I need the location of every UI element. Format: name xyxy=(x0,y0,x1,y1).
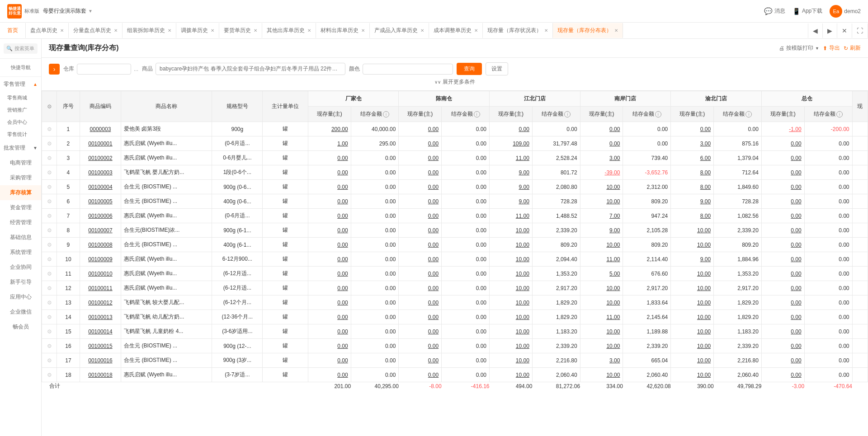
sidebar-item-企业协同[interactable]: 企业协同 xyxy=(0,260,41,275)
filter-toggle-btn[interactable]: › xyxy=(49,64,60,75)
td-total-stock[interactable]: 0.00 xyxy=(761,324,804,339)
td-nanan-stock[interactable]: 0.00 xyxy=(580,136,623,151)
td-total-stock[interactable]: 0.00 xyxy=(761,310,804,324)
color-input[interactable] xyxy=(363,64,453,75)
td-total-stock[interactable]: 0.00 xyxy=(761,151,804,165)
row-settings-icon[interactable]: ⚙ xyxy=(47,300,52,306)
sidebar-item-零售管理[interactable]: 零售管理 ▲ xyxy=(0,77,41,92)
td-yubei-stock[interactable]: 10.00 xyxy=(671,339,714,353)
td-settings[interactable]: ⚙ xyxy=(42,209,57,223)
td-settings[interactable]: ⚙ xyxy=(42,165,57,180)
row-settings-icon[interactable]: ⚙ xyxy=(47,126,52,132)
td-jiangbei-stock[interactable]: 10.00 xyxy=(490,324,533,339)
expand-filter-btn[interactable]: ∨∨ 展开更多条件 xyxy=(434,78,475,86)
td-chennan-stock[interactable]: 0.00 xyxy=(399,238,442,252)
td-factory-stock[interactable]: 0.00 xyxy=(308,368,351,382)
warehouse-input[interactable] xyxy=(77,64,131,75)
td-yubei-stock[interactable]: 8.00 xyxy=(671,180,714,194)
tab-现存量库存分布表[interactable]: 现存量（库存分布表） ✕ xyxy=(553,23,623,38)
td-chennan-stock[interactable]: 0.00 xyxy=(399,267,442,281)
td-settings[interactable]: ⚙ xyxy=(42,136,57,151)
td-factory-stock[interactable]: 200.00 xyxy=(308,122,351,136)
td-chennan-stock[interactable]: 0.00 xyxy=(399,180,442,194)
tab-盘点单历史[interactable]: 盘点单历史 ✕ xyxy=(26,23,69,38)
td-factory-stock[interactable]: 0.00 xyxy=(308,238,351,252)
td-factory-stock[interactable]: 0.00 xyxy=(308,151,351,165)
td-chennan-stock[interactable]: 0.00 xyxy=(399,252,442,267)
td-code[interactable]: 00100011 xyxy=(80,281,121,295)
sidebar-item-应用中心[interactable]: 应用中心 xyxy=(0,290,41,305)
row-settings-icon[interactable]: ⚙ xyxy=(47,184,52,190)
sidebar-quicknav[interactable]: 快捷导航 xyxy=(0,59,41,77)
row-settings-icon[interactable]: ⚙ xyxy=(47,271,52,277)
td-nanan-stock[interactable]: 0.00 xyxy=(580,122,623,136)
td-factory-stock[interactable]: 0.00 xyxy=(308,339,351,353)
search-btn[interactable]: 查询 xyxy=(457,63,482,75)
td-code[interactable]: 00100003 xyxy=(80,165,121,180)
td-factory-stock[interactable]: 0.00 xyxy=(308,223,351,238)
sidebar-item-畅会员[interactable]: 畅会员 xyxy=(0,319,41,334)
td-yubei-stock[interactable]: 10.00 xyxy=(671,223,714,238)
td-nanan-stock[interactable]: 10.00 xyxy=(580,295,623,310)
td-chennan-stock[interactable]: 0.00 xyxy=(399,368,442,382)
td-jiangbei-stock[interactable]: 10.00 xyxy=(490,252,533,267)
td-code[interactable]: 00100001 xyxy=(80,136,121,151)
td-yubei-stock[interactable]: 10.00 xyxy=(671,238,714,252)
tab-close-组装[interactable]: ✕ xyxy=(168,28,171,33)
tab-其他出库单历史[interactable]: 其他出库单历史 ✕ xyxy=(262,23,316,38)
td-total-stock[interactable]: 0.00 xyxy=(761,180,804,194)
td-total-stock[interactable]: 0.00 xyxy=(761,295,804,310)
td-total-stock[interactable]: 0.00 xyxy=(761,223,804,238)
row-settings-icon[interactable]: ⚙ xyxy=(47,372,52,378)
tab-next-btn[interactable]: ▶ xyxy=(823,23,837,38)
td-chennan-stock[interactable]: 0.00 xyxy=(399,281,442,295)
td-settings[interactable]: ⚙ xyxy=(42,238,57,252)
chennan-amount-info[interactable]: i xyxy=(474,111,480,117)
td-jiangbei-stock[interactable]: 9.00 xyxy=(490,194,533,209)
row-settings-icon[interactable]: ⚙ xyxy=(47,141,52,147)
tab-prev-btn[interactable]: ◀ xyxy=(808,23,823,38)
sidebar-item-电商管理[interactable]: 电商管理 xyxy=(0,155,41,170)
td-nanan-stock[interactable]: -39.00 xyxy=(580,165,623,180)
nanan-amount-info[interactable]: i xyxy=(655,111,661,117)
td-settings[interactable]: ⚙ xyxy=(42,368,57,382)
td-settings[interactable]: ⚙ xyxy=(42,252,57,267)
tab-fullscreen-btn[interactable]: ⛶ xyxy=(852,23,868,38)
td-chennan-stock[interactable]: 0.00 xyxy=(399,339,442,353)
industry-dropdown[interactable]: 母婴行业演示陈套 ▼ xyxy=(43,7,93,15)
td-chennan-stock[interactable]: 0.00 xyxy=(399,223,442,238)
td-factory-stock[interactable]: 0.00 xyxy=(308,324,351,339)
td-code[interactable]: 00100010 xyxy=(80,267,121,281)
td-settings[interactable]: ⚙ xyxy=(42,353,57,368)
tab-close-材料[interactable]: ✕ xyxy=(361,28,365,33)
td-code[interactable]: 00100006 xyxy=(80,209,121,223)
td-yubei-stock[interactable]: 10.00 xyxy=(671,310,714,324)
td-code[interactable]: 00100007 xyxy=(80,223,121,238)
tab-close-产成品[interactable]: ✕ xyxy=(420,28,424,33)
tab-close-all-btn[interactable]: ✕ xyxy=(837,23,852,38)
td-jiangbei-stock[interactable]: 10.00 xyxy=(490,267,533,281)
sidebar-item-系统管理[interactable]: 系统管理 xyxy=(0,245,41,260)
row-settings-icon[interactable]: ⚙ xyxy=(47,169,52,176)
td-code[interactable]: 00100018 xyxy=(80,368,121,382)
td-yubei-stock[interactable]: 8.00 xyxy=(671,165,714,180)
td-yubei-stock[interactable]: 10.00 xyxy=(671,324,714,339)
sidebar-search-box[interactable]: 🔍 搜索英单 xyxy=(4,43,38,54)
td-code[interactable]: 00100004 xyxy=(80,180,121,194)
td-factory-stock[interactable]: 0.00 xyxy=(308,310,351,324)
td-settings[interactable]: ⚙ xyxy=(42,223,57,238)
sidebar-item-资金管理[interactable]: 资金管理 xyxy=(0,200,41,215)
td-nanan-stock[interactable]: 10.00 xyxy=(580,194,623,209)
tab-要货单历史[interactable]: 要货单历史 ✕ xyxy=(219,23,262,38)
td-chennan-stock[interactable]: 0.00 xyxy=(399,136,442,151)
td-factory-stock[interactable]: 0.00 xyxy=(308,295,351,310)
setting-btn[interactable]: 设置 xyxy=(486,62,508,75)
tab-现存量库存状况表[interactable]: 现存量（库存状况表） ✕ xyxy=(483,23,553,38)
td-nanan-stock[interactable]: 5.00 xyxy=(580,267,623,281)
td-nanan-stock[interactable]: 9.00 xyxy=(580,223,623,238)
td-nanan-stock[interactable]: 10.00 xyxy=(580,180,623,194)
td-total-stock[interactable]: -1.00 xyxy=(761,122,804,136)
tab-组装拆卸单历史[interactable]: 组装拆卸单历史 ✕ xyxy=(123,23,176,38)
td-total-stock[interactable]: 0.00 xyxy=(761,209,804,223)
td-yubei-stock[interactable]: 10.00 xyxy=(671,281,714,295)
